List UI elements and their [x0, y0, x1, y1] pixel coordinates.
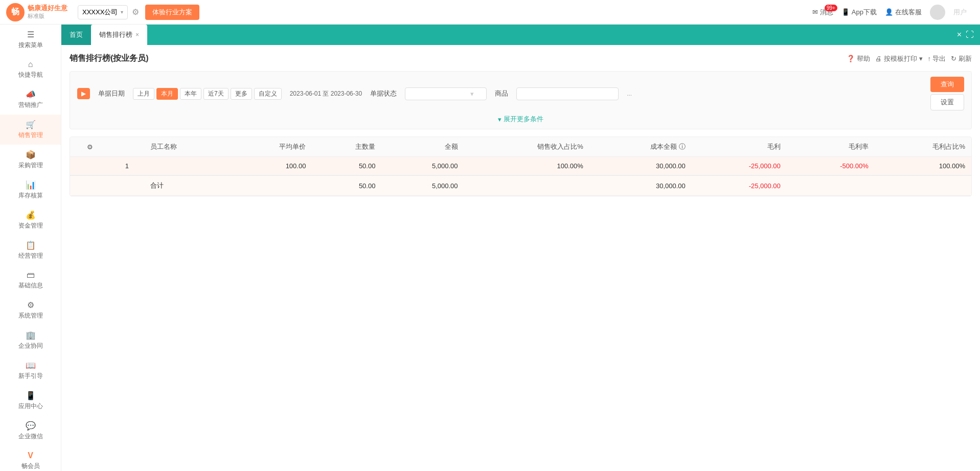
page-content: 销售排行榜(按业务员) ❓ 帮助 🖨 按模板打印 ▾ ↑ [61, 45, 980, 471]
col-header-qty: 主数量 [312, 137, 381, 157]
tab-home[interactable]: 首页 [61, 25, 91, 45]
sidebar-item-system[interactable]: ⚙ 系统管理 [0, 295, 61, 325]
data-table: ⚙ 员工名称 平均单价 主数量 全额 销售收入占比% 成本全额 ⓘ 毛利 毛利率 [70, 137, 972, 196]
col-header-avg-price: 平均单价 [228, 137, 312, 157]
col-header-cost: 成本全额 ⓘ [589, 137, 692, 157]
sidebar-item-purchase[interactable]: 📦 采购管理 [0, 145, 61, 175]
finance-icon: 💰 [26, 210, 36, 220]
status-select[interactable]: ▾ [405, 87, 487, 100]
sidebar-item-member[interactable]: V 畅会员 [0, 446, 61, 471]
print-chevron-icon: ▾ [919, 55, 923, 62]
filter-settings-button[interactable]: 设置 [930, 94, 964, 110]
expand-conditions-button[interactable]: ▾ 展开更多条件 [498, 115, 543, 124]
tab-close-icon[interactable]: × [135, 31, 139, 38]
date-buttons: 上月 本月 本年 近7天 更多 自定义 [133, 88, 282, 100]
date-btn-this-year[interactable]: 本年 [180, 88, 201, 100]
date-btn-last-month[interactable]: 上月 [133, 88, 154, 100]
sidebar-label-search: 搜索菜单 [18, 41, 43, 50]
footer-empty-1 [70, 175, 110, 196]
purchase-icon: 📦 [26, 150, 36, 160]
sidebar-label-marketing: 营销推广 [18, 101, 43, 109]
company-selector[interactable]: XXXXX公司 ▾ [78, 5, 128, 19]
sidebar-label-inventory: 库存核算 [18, 191, 43, 200]
service-label: 在线客服 [895, 8, 922, 17]
row-sales-pct: 100.00% [464, 157, 589, 176]
sidebar-item-finance[interactable]: 💰 资金管理 [0, 205, 61, 235]
trial-button[interactable]: 体验行业方案 [145, 5, 199, 20]
date-btn-custom[interactable]: 自定义 [254, 88, 282, 100]
sidebar-item-operations[interactable]: 📋 经营管理 [0, 235, 61, 265]
message-badge: 99+ [825, 5, 837, 11]
online-service-button[interactable]: 👤 在线客服 [885, 8, 922, 17]
goods-input[interactable] [516, 87, 619, 100]
row-rank: 1 [110, 157, 144, 176]
goods-filter-label: 商品 [495, 89, 508, 98]
row-profit-pct: 100.00% [875, 157, 971, 176]
sidebar-label-member: 畅会员 [21, 462, 40, 470]
avatar[interactable] [930, 5, 945, 20]
footer-sales-pct [464, 175, 589, 196]
query-button[interactable]: 查询 [930, 77, 964, 92]
export-icon: ↑ [928, 55, 931, 62]
sidebar-item-basic-info[interactable]: 🗃 基础信息 [0, 265, 61, 295]
sidebar-item-quick-nav[interactable]: ⌂ 快捷导航 [0, 55, 61, 84]
filter-toggle-button[interactable]: ▶ [77, 88, 90, 99]
sidebar-item-sales[interactable]: 🛒 销售管理 [0, 115, 61, 145]
date-btn-this-month[interactable]: 本月 [156, 88, 178, 100]
print-button[interactable]: 🖨 按模板打印 ▾ [875, 54, 923, 63]
footer-profit-rate [787, 175, 875, 196]
message-button[interactable]: ✉ 消息 99+ [812, 8, 833, 17]
filter-actions: 查询 设置 [930, 77, 964, 110]
col-header-name: 员工名称 [144, 137, 228, 157]
refresh-label: 刷新 [959, 54, 972, 63]
sidebar-item-enterprise[interactable]: 🏢 企业协同 [0, 325, 61, 355]
footer-cost: 30,000.00 [589, 175, 692, 196]
table-row: 1 100.00 50.00 5,000.00 100.00% 30,000.0… [70, 157, 971, 176]
col-header-rank [110, 137, 144, 157]
tab-sales-ranking[interactable]: 销售排行榜 × [91, 25, 147, 45]
fullscreen-icon[interactable]: ⛶ [966, 30, 974, 39]
content-area: 首页 销售排行榜 × × ⛶ 销售排行榜(按业务员) ❓ [61, 25, 980, 471]
operations-icon: 📋 [26, 240, 36, 250]
wechat-icon: 💬 [26, 421, 36, 431]
sidebar-item-marketing[interactable]: 📣 营销推广 [0, 84, 61, 115]
date-filter-label: 单据日期 [98, 89, 125, 98]
refresh-button[interactable]: ↻ 刷新 [951, 54, 972, 63]
app-label: App下载 [852, 8, 877, 17]
date-btn-7days[interactable]: 近7天 [203, 88, 229, 100]
page-title: 销售排行榜(按业务员) [70, 53, 149, 64]
sidebar-item-search-order[interactable]: ☰ 搜索菜单 [0, 25, 61, 55]
service-icon: 👤 [885, 8, 893, 16]
top-right: ✉ 消息 99+ 📱 App下载 👤 在线客服 用户 [812, 5, 974, 20]
sidebar-item-guide[interactable]: 📖 新手引导 [0, 355, 61, 386]
sidebar-item-wechat[interactable]: 💬 企业微信 [0, 416, 61, 446]
app-download-button[interactable]: 📱 App下载 [841, 8, 877, 17]
row-amount: 5,000.00 [381, 157, 464, 176]
sidebar-item-app-center[interactable]: 📱 应用中心 [0, 386, 61, 416]
row-avg-price: 100.00 [228, 157, 312, 176]
col-header-settings[interactable]: ⚙ [70, 137, 110, 157]
page-actions: ❓ 帮助 🖨 按模板打印 ▾ ↑ 导出 ↻ [847, 54, 972, 63]
status-select-chevron: ▾ [470, 90, 474, 98]
date-range-display: 2023-06-01 至 2023-06-30 [290, 89, 362, 98]
more-link[interactable]: ... [627, 90, 632, 97]
sidebar-item-inventory[interactable]: 📊 库存核算 [0, 175, 61, 205]
print-label: 按模板打印 [884, 54, 917, 63]
inventory-icon: 📊 [26, 180, 36, 190]
sidebar-label-finance: 资金管理 [18, 221, 43, 230]
sidebar-label-operations: 经营管理 [18, 252, 43, 260]
col-header-profit-pct: 毛利占比% [875, 137, 971, 157]
help-button[interactable]: ❓ 帮助 [847, 54, 870, 63]
home-icon: ⌂ [28, 60, 33, 69]
footer-profit-pct [875, 175, 971, 196]
date-btn-more[interactable]: 更多 [231, 88, 252, 100]
table-footer-row: 合计 50.00 5,000.00 30,000.00 -25,000.00 [70, 175, 971, 196]
table-header-row: ⚙ 员工名称 平均单价 主数量 全额 销售收入占比% 成本全额 ⓘ 毛利 毛利率 [70, 137, 971, 157]
user-name: 用户 [953, 5, 974, 20]
row-profit-rate: -500.00% [787, 157, 875, 176]
search-icon: ☰ [27, 30, 34, 39]
settings-icon[interactable]: ⚙ [132, 7, 139, 17]
window-close-icon[interactable]: × [957, 30, 962, 39]
export-button[interactable]: ↑ 导出 [928, 54, 946, 63]
logo-icon: 畅 [6, 3, 25, 21]
